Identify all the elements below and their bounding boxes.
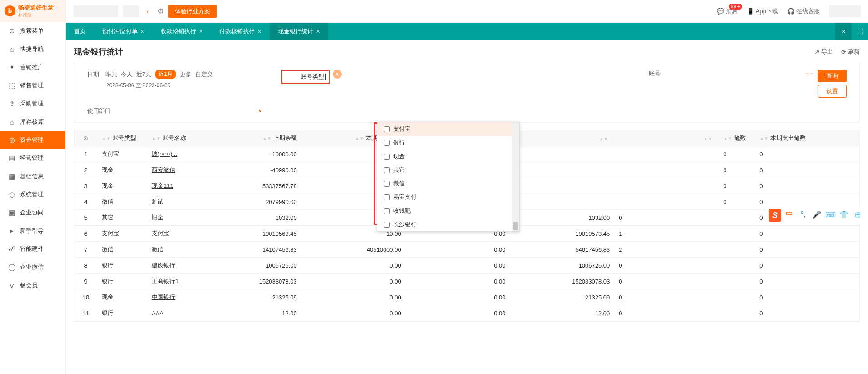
dropdown-option-4[interactable]: 微信 — [377, 177, 519, 190]
col-header-2[interactable]: ▲▼上期余额 — [197, 130, 301, 146]
option-checkbox[interactable] — [384, 167, 390, 173]
ime-punct-button[interactable]: °, — [798, 209, 809, 220]
sidebar-item-1[interactable]: ⌂快捷导航 — [0, 40, 65, 58]
collapse-filter-button[interactable]: ∧ — [333, 70, 342, 79]
date-quick-2[interactable]: 近7天 — [136, 70, 151, 79]
ime-toolbox-button[interactable]: ⊞ — [852, 209, 863, 220]
date-quick-3[interactable]: 近1月 — [155, 70, 176, 79]
account-link[interactable]: 支付宝 — [152, 230, 169, 237]
sogou-icon[interactable]: S — [769, 209, 781, 222]
account-link[interactable]: 旧金 — [152, 214, 163, 221]
col-header-7[interactable]: ▲▼笔数 — [719, 130, 755, 146]
col-header-6[interactable]: ▲▼ — [614, 130, 719, 146]
company-selector[interactable] — [73, 5, 118, 17]
account-link[interactable]: 中国银行 — [152, 294, 175, 300]
close-icon[interactable]: ✕ — [140, 29, 144, 35]
sidebar-item-7[interactable]: ▤经营管理 — [0, 149, 65, 167]
cell-name: 建设银行 — [147, 258, 197, 274]
option-checkbox[interactable] — [384, 222, 390, 228]
industry-button[interactable]: 体验行业方案 — [168, 5, 217, 18]
tab-0[interactable]: 首页 — [66, 23, 94, 40]
refresh-button[interactable]: ⟳刷新 — [841, 48, 860, 56]
account-link[interactable]: 工商银行1 — [152, 278, 178, 284]
account-link[interactable]: 现金111 — [152, 182, 173, 189]
account-link[interactable]: 微信 — [152, 246, 163, 253]
row-index: 11 — [74, 305, 97, 321]
sidebar-item-9[interactable]: ◌系统管理 — [0, 185, 65, 204]
cell-type: 微信 — [97, 194, 147, 210]
dropdown-option-2[interactable]: 现金 — [377, 150, 519, 163]
sidebar-item-14[interactable]: V畅会员 — [0, 276, 65, 294]
fullscreen-button[interactable]: ⛶ — [852, 23, 868, 40]
col-header-8[interactable]: ▲▼本期支出笔数 — [755, 130, 859, 146]
more-filters-button[interactable]: ⋯ — [806, 70, 813, 77]
option-checkbox[interactable] — [384, 154, 390, 160]
tab-4[interactable]: 现金银行统计✕ — [270, 23, 328, 40]
tab-3[interactable]: 付款核销执行✕ — [211, 23, 270, 40]
sidebar-item-13[interactable]: ◯企业微信 — [0, 258, 65, 276]
date-quick-4[interactable]: 更多 — [180, 70, 192, 79]
sidebar-item-5[interactable]: ⌂库存核算 — [0, 113, 65, 131]
dropdown-option-5[interactable]: 易宝支付 — [377, 190, 519, 204]
sidebar-item-6[interactable]: ◎资金管理 — [0, 131, 65, 149]
cell-cnt: 0 — [719, 146, 755, 162]
cell-c7: 1 — [614, 226, 719, 242]
dropdown-option-3[interactable]: 其它 — [377, 163, 519, 177]
sidebar-item-3[interactable]: ⬚销售管理 — [0, 76, 65, 95]
tab-2[interactable]: 收款核销执行✕ — [153, 23, 211, 40]
dropdown-option-1[interactable]: 银行 — [377, 136, 519, 150]
table-settings-button[interactable]: ⚙ — [74, 130, 97, 146]
close-icon[interactable]: ✕ — [257, 29, 261, 35]
option-checkbox[interactable] — [384, 181, 390, 187]
sidebar-item-4[interactable]: ⇪采购管理 — [0, 95, 65, 113]
cell-prev: 152033078.03 — [197, 274, 301, 289]
user-menu[interactable] — [829, 5, 861, 17]
scrollbar[interactable] — [512, 122, 519, 231]
dropdown-option-7[interactable]: 长沙银行 — [377, 218, 519, 231]
sidebar-item-2[interactable]: ✦营销推广 — [0, 58, 65, 76]
close-icon[interactable]: ✕ — [199, 29, 203, 35]
sidebar-item-12[interactable]: ☍智能硬件 — [0, 240, 65, 258]
option-checkbox[interactable] — [384, 140, 390, 146]
sidebar-item-11[interactable]: ▸新手引导 — [0, 222, 65, 240]
setting-button[interactable]: 设置 — [818, 85, 847, 98]
col-header-5[interactable]: ▲▼ — [510, 130, 614, 146]
service-link[interactable]: 🎧 在线客服 — [787, 7, 820, 15]
option-checkbox[interactable] — [384, 194, 390, 200]
account-link[interactable]: 陂(○○○)... — [152, 150, 177, 157]
date-quick-1[interactable]: 今天 — [121, 70, 133, 79]
close-all-tabs-button[interactable]: ✕ — [835, 23, 852, 40]
tab-1[interactable]: 预付冲应付单✕ — [94, 23, 153, 40]
account-link[interactable]: AAA — [152, 310, 163, 317]
dropdown-option-6[interactable]: 收钱吧 — [377, 204, 519, 218]
col-header-0[interactable]: ▲▼账号类型 — [97, 130, 147, 146]
company-extra[interactable] — [123, 5, 139, 17]
sidebar-item-10[interactable]: ▣企业协同 — [0, 204, 65, 222]
option-checkbox[interactable] — [384, 126, 390, 132]
department-select[interactable]: ∨ — [117, 107, 262, 114]
ime-lang-button[interactable]: 中 — [784, 209, 795, 220]
dropdown-option-0[interactable]: 支付宝 — [377, 122, 519, 136]
search-button[interactable]: 查询 — [818, 70, 847, 82]
sidebar-item-8[interactable]: ▦基础信息 — [0, 167, 65, 185]
close-icon[interactable]: ✕ — [316, 29, 320, 35]
col-header-1[interactable]: ▲▼账号名称 — [147, 130, 197, 146]
date-quick-0[interactable]: 昨天 — [105, 70, 117, 79]
ime-keyboard-button[interactable]: ⌨ — [825, 209, 836, 220]
account-link[interactable]: 西安微信 — [152, 166, 175, 173]
sidebar-item-0[interactable]: ⊙搜索菜单 — [0, 22, 65, 40]
ime-skin-button[interactable]: 👕 — [838, 209, 849, 220]
option-checkbox[interactable] — [384, 208, 390, 214]
app-download-link[interactable]: 📱 App下载 — [747, 7, 778, 15]
gear-icon[interactable]: ⚙ — [158, 7, 164, 15]
account-link[interactable]: 建设银行 — [152, 262, 175, 269]
date-quick-5[interactable]: 自定义 — [195, 70, 213, 79]
messages-link[interactable]: 💬 消息 99 + — [717, 7, 738, 15]
scrollbar-thumb[interactable] — [513, 222, 518, 230]
account-type-filter[interactable]: 账号类型 — [281, 70, 330, 84]
export-button[interactable]: ↗导出 — [814, 48, 833, 56]
chevron-down-icon[interactable]: ∨ — [146, 8, 149, 14]
nav-label: 营销推广 — [20, 63, 44, 71]
ime-voice-button[interactable]: 🎤 — [811, 209, 822, 220]
account-link[interactable]: 测试 — [152, 198, 163, 205]
